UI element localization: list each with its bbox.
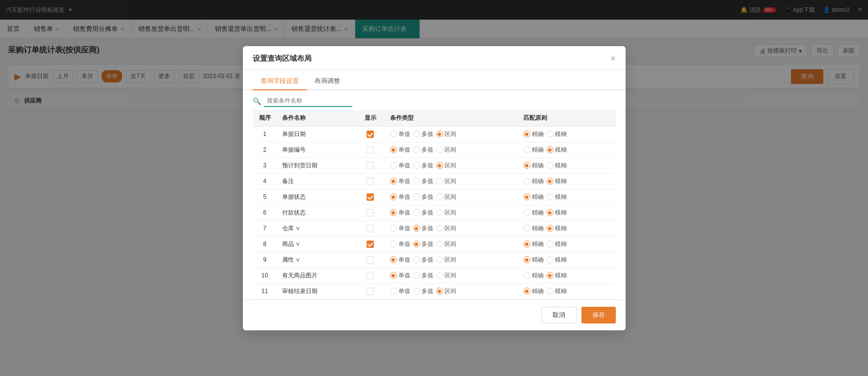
settings-dialog: 设置查询区域布局 × 查询字段设置 布局调整 🔍 顺序 条件名称 [243,46,626,116]
th-type: 条件类型 [385,110,519,116]
dialog-tab-query-fields[interactable]: 查询字段设置 [253,72,307,90]
dialog-search-icon: 🔍 [253,97,261,105]
dialog-search-input[interactable] [264,95,352,107]
dialog-table-header-row: 顺序 条件名称 显示 条件类型 匹配原则 [253,110,616,116]
modal-overlay: 设置查询区域布局 × 查询字段设置 布局调整 🔍 顺序 条件名称 [0,0,868,116]
dialog-header: 设置查询区域布局 × [243,46,626,70]
th-order: 顺序 [253,110,277,116]
dialog-tabs: 查询字段设置 布局调整 [243,72,626,90]
dialog-search-area: 🔍 [243,90,626,110]
dialog-table-wrap: 顺序 条件名称 显示 条件类型 匹配原则 1单据日期单值多值区间精确模糊2单据编… [243,110,626,116]
dialog-tab-layout[interactable]: 布局调整 [307,72,348,90]
dialog-table: 顺序 条件名称 显示 条件类型 匹配原则 1单据日期单值多值区间精确模糊2单据编… [253,110,616,116]
th-name: 条件名称 [277,110,356,116]
dialog-close-button[interactable]: × [610,54,616,63]
th-match: 匹配原则 [519,110,616,116]
th-display: 显示 [356,110,385,116]
dialog-title: 设置查询区域布局 [253,54,312,63]
